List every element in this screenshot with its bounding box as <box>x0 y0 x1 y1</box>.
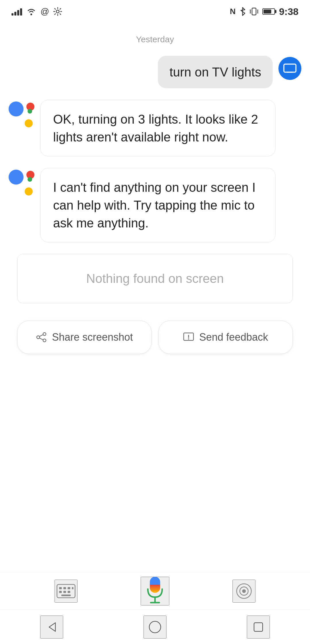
dot-blue <box>9 101 24 116</box>
battery-icon <box>262 8 275 15</box>
svg-rect-21 <box>63 591 66 593</box>
assistant-message-1: OK, turning on 3 lights. It looks like 2… <box>9 100 301 156</box>
chat-area: Yesterday turn on TV lights OK, turning … <box>0 23 310 371</box>
nothing-found-text: Nothing found on screen <box>86 271 224 285</box>
nothing-found-card: Nothing found on screen <box>17 254 293 303</box>
user-avatar <box>278 57 301 80</box>
svg-point-7 <box>43 333 46 336</box>
svg-rect-23 <box>61 595 71 596</box>
status-right: N 9:38 <box>230 6 299 17</box>
settings-icon <box>53 7 62 16</box>
bottom-toolbar <box>0 572 310 610</box>
feedback-icon <box>183 332 194 343</box>
assistant-bubble-2: I can't find anything on your screen I c… <box>40 168 276 242</box>
svg-point-31 <box>149 621 161 633</box>
lens-icon <box>235 582 253 600</box>
date-label: Yesterday <box>9 34 301 44</box>
dot-green-2 <box>28 177 32 182</box>
action-buttons: Share screenshot Send feedback <box>9 315 301 360</box>
svg-rect-5 <box>284 64 296 72</box>
dot-yellow <box>25 119 33 127</box>
svg-rect-20 <box>59 591 62 593</box>
at-icon: @ <box>40 7 49 16</box>
svg-rect-32 <box>254 623 263 631</box>
microphone-icon <box>144 575 166 607</box>
signal-icon <box>11 7 22 16</box>
svg-rect-16 <box>59 587 62 589</box>
status-left: @ <box>11 7 62 16</box>
svg-point-0 <box>30 14 32 15</box>
svg-point-8 <box>37 336 40 339</box>
dot-yellow-2 <box>25 187 33 195</box>
user-bubble: turn on TV lights <box>158 56 273 88</box>
svg-rect-6 <box>287 72 292 73</box>
svg-line-10 <box>40 335 43 336</box>
nfc-icon: N <box>230 7 235 16</box>
svg-rect-17 <box>63 587 66 589</box>
keyboard-button[interactable] <box>55 580 78 603</box>
status-bar: @ N 9:38 <box>0 0 310 23</box>
assistant-message-2: I can't find anything on your screen I c… <box>9 168 301 242</box>
avatar-icon <box>283 64 297 73</box>
svg-rect-24 <box>150 577 160 593</box>
svg-point-1 <box>56 10 59 13</box>
dot-blue-2 <box>9 170 24 185</box>
status-time: 9:38 <box>279 6 299 17</box>
microphone-button[interactable] <box>141 577 169 605</box>
share-icon <box>36 332 47 343</box>
keyboard-icon <box>56 584 76 598</box>
bluetooth-icon <box>239 7 246 16</box>
vibrate-icon <box>250 7 258 16</box>
user-message: turn on TV lights <box>9 56 301 88</box>
share-screenshot-label: Share screenshot <box>52 331 133 343</box>
back-button[interactable] <box>40 616 63 639</box>
svg-line-11 <box>40 338 43 340</box>
wifi-icon <box>26 7 36 16</box>
svg-rect-18 <box>68 587 70 589</box>
back-icon <box>44 620 59 634</box>
svg-rect-19 <box>72 587 73 589</box>
recents-button[interactable] <box>247 616 270 639</box>
assistant-bubble-1: OK, turning on 3 lights. It looks like 2… <box>40 100 276 156</box>
assistant-logo-1 <box>9 101 34 127</box>
recents-icon <box>251 620 266 634</box>
home-button[interactable] <box>144 616 166 639</box>
svg-marker-30 <box>49 623 55 631</box>
home-icon <box>148 620 162 634</box>
svg-point-9 <box>43 339 46 342</box>
svg-point-29 <box>242 589 246 593</box>
nav-bar <box>0 610 310 644</box>
assistant-logo-2 <box>9 170 34 195</box>
lens-button[interactable] <box>232 580 255 603</box>
dot-green <box>28 109 32 114</box>
svg-rect-22 <box>68 591 70 593</box>
share-screenshot-button[interactable]: Share screenshot <box>17 321 152 354</box>
send-feedback-label: Send feedback <box>199 331 268 343</box>
svg-point-14 <box>188 338 189 340</box>
send-feedback-button[interactable]: Send feedback <box>158 321 293 354</box>
svg-rect-2 <box>252 8 256 15</box>
